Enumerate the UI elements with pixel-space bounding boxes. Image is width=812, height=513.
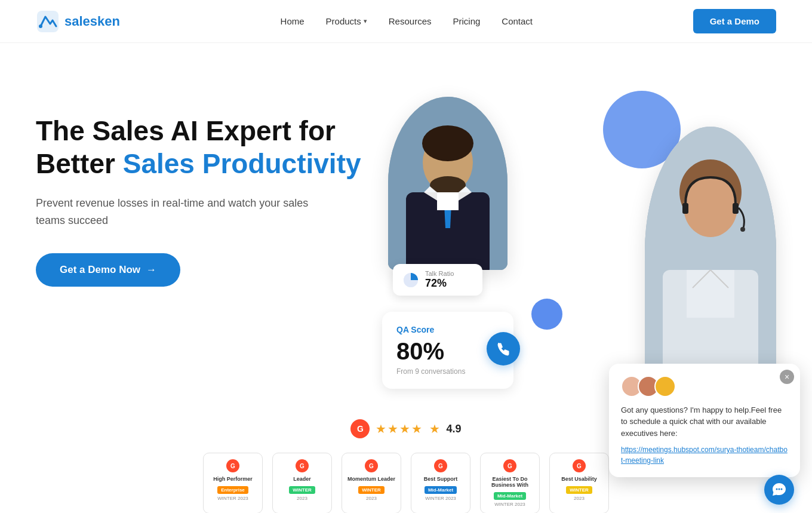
badge-momentum: G Momentum Leader WINTER 2023 — [342, 453, 401, 513]
svg-rect-15 — [682, 203, 688, 214]
nav-home-link[interactable]: Home — [281, 16, 304, 26]
nav-products-link[interactable]: Products ▾ — [326, 16, 367, 26]
chevron-down-icon: ▾ — [364, 17, 367, 25]
nav-pricing[interactable]: Pricing — [453, 16, 480, 27]
badge-year: 2023 — [555, 496, 604, 501]
chat-bubble-icon — [771, 482, 787, 497]
logo-icon — [36, 10, 60, 33]
badge-year: 2023 — [347, 496, 396, 501]
badge-year: 2023 — [278, 496, 327, 501]
hero-subtitle: Prevent revenue losses in real-time and … — [36, 195, 322, 229]
chat-avatar-3 — [654, 376, 676, 397]
qa-score-sub: From 9 conversations — [396, 367, 499, 376]
badge-leader: G Leader WINTER 2023 — [272, 453, 332, 513]
svg-point-1 — [39, 24, 42, 28]
star-icons: ★★★★ — [376, 422, 423, 436]
badge-best-support: G Best Support Mid-Market WINTER 2023 — [411, 453, 470, 513]
badge-type: Mid-Market — [494, 492, 526, 500]
phone-icon — [495, 340, 512, 357]
nav-products[interactable]: Products ▾ — [326, 16, 367, 26]
chat-link[interactable]: https://meetings.hubspot.com/surya-thoti… — [621, 446, 788, 465]
svg-rect-18 — [687, 270, 734, 318]
badge-title: Best Support — [416, 476, 465, 482]
qa-score-value: 80% — [396, 338, 499, 365]
badge-title: Best Usability — [555, 476, 604, 482]
badge-best-usability: G Best Usability WINTER 2023 — [549, 453, 609, 513]
g2-logo: G — [350, 419, 370, 438]
chat-message: Got any questions? I'm happy to help.Fee… — [621, 404, 788, 440]
g2-badge-icon: G — [503, 459, 516, 472]
chat-bubble-button[interactable] — [764, 475, 794, 505]
badge-year: WINTER 2023 — [485, 502, 534, 507]
sales-rep-photo — [388, 97, 508, 270]
logo-text: salesken — [64, 14, 120, 29]
svg-point-22 — [779, 489, 780, 490]
g2-rating: G ★★★★ ★ 4.9 — [350, 419, 461, 438]
g2-badge-icon: G — [365, 459, 378, 472]
pie-chart-icon — [402, 272, 419, 288]
nav-contact[interactable]: Contact — [502, 16, 533, 27]
badges-row: G High Performer Enterprise WINTER 2023 … — [203, 453, 609, 513]
half-star-icon: ★ — [429, 422, 440, 436]
badge-title: High Performer — [208, 476, 257, 482]
nav-home[interactable]: Home — [281, 16, 304, 27]
agent-img — [645, 127, 776, 377]
rating-number: 4.9 — [446, 423, 461, 435]
chat-widget: × Got any questions? I'm happy to help.F… — [609, 364, 800, 478]
g2-badge-icon: G — [296, 459, 309, 472]
badge-easiest: G Easiest To Do Business With Mid-Market… — [480, 453, 540, 513]
badge-year: WINTER 2023 — [416, 496, 465, 501]
svg-point-23 — [781, 489, 783, 490]
agent-photo — [645, 127, 776, 377]
g2-badge-icon: G — [226, 459, 239, 472]
hero-left: The Sales AI Expert for Better Sales Pro… — [36, 79, 382, 287]
g2-badge-icon: G — [573, 459, 586, 472]
nav-contact-link[interactable]: Contact — [502, 16, 533, 26]
hero-section: The Sales AI Expert for Better Sales Pro… — [0, 43, 812, 401]
badge-type: Mid-Market — [425, 486, 457, 494]
badge-type: WINTER — [566, 486, 592, 494]
chat-close-button[interactable]: × — [780, 370, 794, 384]
badge-title: Easiest To Do Business With — [485, 476, 534, 488]
decorative-circle-blue-small — [531, 299, 562, 330]
hero-right: Talk Ratio 72% QA Score 80% From 9 conve… — [382, 79, 776, 401]
talk-ratio-value: 72% — [425, 277, 454, 290]
nav-pricing-link[interactable]: Pricing — [453, 16, 480, 26]
svg-rect-9 — [437, 192, 459, 210]
chat-avatars — [621, 376, 788, 397]
logo[interactable]: salesken — [36, 10, 120, 33]
svg-point-17 — [740, 227, 745, 232]
arrow-icon: → — [146, 264, 156, 276]
badge-type: WINTER — [358, 486, 385, 494]
nav-get-demo-button[interactable]: Get a Demo — [693, 9, 776, 33]
nav-resources-link[interactable]: Resources — [389, 16, 432, 26]
badge-type: Enterprise — [217, 486, 248, 494]
svg-point-5 — [422, 125, 473, 161]
hero-title: The Sales AI Expert for Better Sales Pro… — [36, 115, 382, 180]
svg-point-21 — [776, 489, 778, 490]
badge-year: WINTER 2023 — [208, 496, 257, 501]
qa-score-label: QA Score — [396, 325, 499, 334]
svg-point-14 — [684, 177, 737, 237]
talk-ratio-label: Talk Ratio — [425, 270, 454, 277]
badge-type: WINTER — [289, 486, 315, 494]
nav-resources[interactable]: Resources — [389, 16, 432, 27]
g2-badge-icon: G — [434, 459, 447, 472]
phone-icon-badge — [487, 332, 520, 365]
navbar: salesken Home Products ▾ Resources Prici… — [0, 0, 812, 43]
hero-cta-button[interactable]: Get a Demo Now → — [36, 253, 180, 287]
badge-high-performer: G High Performer Enterprise WINTER 2023 — [203, 453, 263, 513]
talk-ratio-badge: Talk Ratio 72% — [393, 264, 482, 296]
nav-links: Home Products ▾ Resources Pricing Contac… — [281, 16, 533, 27]
badge-title: Momentum Leader — [347, 476, 396, 482]
badge-title: Leader — [278, 476, 327, 482]
svg-rect-16 — [733, 203, 739, 214]
sales-rep-img — [388, 97, 508, 270]
